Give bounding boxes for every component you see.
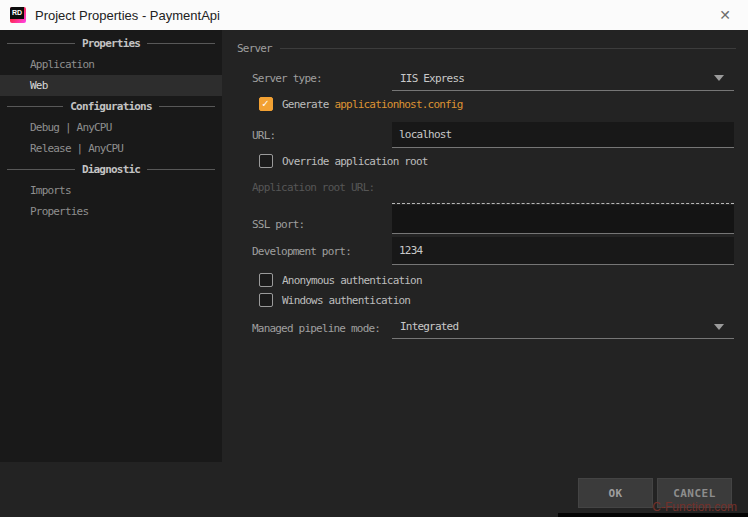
sidebar: Properties Application Web Configuration… xyxy=(0,30,222,462)
sidebar-item-properties[interactable]: Properties xyxy=(0,201,222,222)
server-group-header: Server xyxy=(237,40,736,56)
override-root-label: Override application root xyxy=(282,155,428,168)
dev-port-input[interactable] xyxy=(392,237,734,265)
chevron-down-icon xyxy=(714,324,724,330)
close-icon: ✕ xyxy=(719,7,731,23)
override-root-checkbox[interactable]: Override application root xyxy=(259,153,428,169)
window-title: Project Properties - PaymentApi xyxy=(35,8,220,23)
divider xyxy=(147,43,215,44)
divider xyxy=(159,106,215,107)
server-type-value: IIS Express xyxy=(400,72,464,85)
generate-config-checkbox[interactable]: Generate applicationhost.config xyxy=(259,96,463,112)
windows-auth-label: Windows authentication xyxy=(282,294,410,307)
screenshot-bottom-edge xyxy=(558,513,748,517)
close-button[interactable]: ✕ xyxy=(709,0,741,30)
windows-auth-checkbox[interactable]: Windows authentication xyxy=(259,292,410,308)
anonymous-auth-label: Anonymous authentication xyxy=(282,274,422,287)
title-bar: RD Project Properties - PaymentApi ✕ xyxy=(0,0,748,30)
checkbox-unchecked-icon xyxy=(259,293,273,307)
pipeline-mode-label: Managed pipeline mode: xyxy=(252,322,380,335)
checkbox-checked-icon xyxy=(259,97,273,111)
generate-config-label: Generate applicationhost.config xyxy=(282,98,463,111)
sidebar-item-application[interactable]: Application xyxy=(0,54,222,75)
server-type-label: Server type: xyxy=(252,72,322,85)
generate-text: Generate xyxy=(282,98,329,111)
checkbox-unchecked-icon xyxy=(259,273,273,287)
section-header-label: Properties xyxy=(82,37,140,50)
server-settings-panel: Server Server type: IIS Express Generate… xyxy=(222,30,748,462)
chevron-down-icon xyxy=(714,75,724,81)
sidebar-item-imports[interactable]: Imports xyxy=(0,180,222,201)
server-group-label: Server xyxy=(237,42,272,55)
sidebar-item-release-anycpu[interactable]: Release | AnyCPU xyxy=(0,138,222,159)
app-root-url-label: Application root URL: xyxy=(252,181,374,194)
divider xyxy=(147,169,215,170)
sidebar-item-web[interactable]: Web xyxy=(0,75,222,96)
pipeline-mode-combobox[interactable]: Integrated xyxy=(392,315,734,339)
url-input[interactable] xyxy=(392,122,734,148)
generate-config-filename: applicationhost.config xyxy=(334,98,462,111)
url-label: URL: xyxy=(252,129,275,142)
divider xyxy=(280,48,736,49)
divider xyxy=(7,169,75,170)
divider xyxy=(7,43,75,44)
sidebar-section-diagnostic: Diagnostic xyxy=(0,159,222,180)
project-properties-dialog: RD Project Properties - PaymentApi ✕ Pro… xyxy=(0,0,748,517)
rider-logo-text: RD xyxy=(10,7,24,19)
sidebar-section-properties: Properties xyxy=(0,33,222,54)
app-root-url-input xyxy=(392,177,734,204)
ssl-port-label: SSL port: xyxy=(252,218,304,231)
pipeline-mode-value: Integrated xyxy=(400,320,458,333)
divider xyxy=(7,106,63,107)
checkbox-unchecked-icon xyxy=(259,154,273,168)
server-type-combobox[interactable]: IIS Express xyxy=(392,66,734,91)
ok-button[interactable]: OK xyxy=(578,478,653,508)
section-header-label: Configurations xyxy=(70,100,152,113)
sidebar-item-debug-anycpu[interactable]: Debug | AnyCPU xyxy=(0,117,222,138)
watermark-text: C-Function.com xyxy=(652,500,737,514)
dev-port-label: Development port: xyxy=(252,245,351,258)
anonymous-auth-checkbox[interactable]: Anonymous authentication xyxy=(259,272,422,288)
section-header-label: Diagnostic xyxy=(82,163,140,176)
sidebar-section-configurations: Configurations xyxy=(0,96,222,117)
ssl-port-input[interactable] xyxy=(392,205,734,234)
rider-logo-icon: RD xyxy=(10,7,26,23)
